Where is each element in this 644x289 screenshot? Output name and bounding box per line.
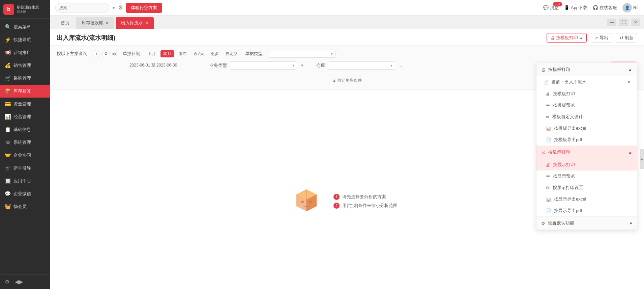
sidebar-item-member[interactable]: 👑 畅会员 bbox=[0, 200, 50, 213]
print-template-btn[interactable]: 🖨 按模板打印 ▲ bbox=[547, 33, 587, 43]
sidebar-item-operations[interactable]: 📊 经营管理 bbox=[0, 110, 50, 123]
date-tab-custom[interactable]: 自定义 bbox=[224, 50, 240, 57]
topbar-gear-icon[interactable]: ⚙ bbox=[118, 4, 123, 11]
sidebar-item-cooperation[interactable]: 🤝 企业协同 bbox=[0, 149, 50, 162]
template-custom-item[interactable]: ✏ 模板自定义设计 bbox=[536, 111, 637, 123]
purchase-icon: 🛒 bbox=[5, 75, 11, 81]
sidebar-item-sales[interactable]: 💰 销售管理 bbox=[0, 59, 50, 72]
tab-close-flow[interactable]: ✕ bbox=[145, 21, 148, 25]
sidebar-item-basics[interactable]: 📋 基础信息 bbox=[0, 123, 50, 136]
template-export-excel-item[interactable]: 📊 按模板导出excel bbox=[536, 123, 637, 134]
sidebar-item-label: 新手引导 bbox=[13, 165, 31, 171]
user-profile[interactable]: 👤 Rit bbox=[622, 3, 639, 12]
display-print-settings-label: 按显示打印设置 bbox=[553, 185, 583, 191]
marketing-icon: 📢 bbox=[5, 50, 11, 56]
sidebar-item-marketing[interactable]: 📢 营销推广 bbox=[0, 46, 50, 59]
print-chevron-icon: ▲ bbox=[579, 36, 583, 40]
sidebar-item-purchase[interactable]: 🛒 采购管理 bbox=[0, 72, 50, 85]
online-service-btn[interactable]: 🎧 在线客服 bbox=[593, 5, 617, 11]
tab-home[interactable]: 首页 bbox=[55, 17, 75, 29]
date-tab-last-month[interactable]: 上月 bbox=[146, 50, 158, 57]
search-input[interactable] bbox=[55, 3, 109, 12]
date-tab-more[interactable]: 更多 bbox=[209, 50, 221, 57]
sidebar-item-apps[interactable]: 🔲 应用中心 bbox=[0, 175, 50, 187]
warehouse-more-btn[interactable]: … bbox=[399, 63, 404, 68]
date-tab-current-year[interactable]: 本年 bbox=[177, 50, 189, 57]
display-print-header-label: 按显示打印 bbox=[548, 149, 570, 155]
sidebar-item-label: 搜索菜单 bbox=[13, 24, 31, 30]
topbar-dropdown-icon[interactable]: ▾ bbox=[113, 5, 115, 10]
business-type-select[interactable] bbox=[230, 61, 297, 70]
topbar: ▾ ⚙ 体验行业方案 💬 消息 99+ 📱 App下载 🎧 在线客服 👤 bbox=[50, 0, 644, 16]
filter-collapse-left-btn[interactable]: ≪ bbox=[112, 51, 117, 57]
tab-flow[interactable]: 出入库流水 ✕ bbox=[116, 17, 154, 29]
sidebar-item-search[interactable]: 🔍 搜索菜单 bbox=[0, 21, 50, 33]
warehouse-select[interactable] bbox=[328, 61, 395, 70]
wechat-icon: 💬 bbox=[5, 191, 11, 197]
doc-type-more-btn[interactable]: ... bbox=[341, 51, 345, 56]
sidebar-item-label: 系统管理 bbox=[13, 139, 31, 146]
sidebar-item-finance[interactable]: 💳 资金管理 bbox=[0, 98, 50, 110]
tabs-minimize-btn[interactable]: — bbox=[607, 19, 616, 26]
display-print-header-icon: 🖨 bbox=[541, 150, 546, 155]
doc-type-select-wrapper bbox=[268, 50, 335, 58]
search-icon: 🔍 bbox=[5, 24, 11, 30]
sidebar-item-guide[interactable]: 🎓 新手引导 bbox=[0, 162, 50, 175]
guide-icon: 🎓 bbox=[5, 165, 11, 171]
app-download-btn[interactable]: 📱 App下载 bbox=[564, 5, 587, 11]
template-preview-item[interactable]: 👁 按模板预览 bbox=[536, 100, 637, 111]
display-print-settings-item[interactable]: ⚙ 按显示打印设置 bbox=[536, 182, 637, 193]
tab-batch-account-label: 库存批次账 bbox=[82, 20, 104, 26]
doc-type-select[interactable] bbox=[268, 50, 335, 58]
display-preview-icon: 👁 bbox=[546, 174, 550, 179]
template-custom-label: 模板自定义设计 bbox=[552, 114, 583, 120]
sidebar-item-wechat[interactable]: 💬 企业微信 bbox=[0, 187, 50, 200]
display-export-pdf-item[interactable]: 📄 按显示导出pdf bbox=[536, 205, 637, 216]
right-edge-collapse[interactable]: ▶ bbox=[640, 149, 644, 169]
filter-action-btns: + ⚙ ≪ bbox=[93, 50, 117, 57]
cooperation-icon: 🤝 bbox=[5, 152, 11, 158]
set-default-footer[interactable]: ⚙ 设置默认功能 ▾ bbox=[536, 216, 637, 230]
date-filter: 上月 本月 本年 近7天 更多 自定义 bbox=[146, 50, 240, 57]
display-print-label: 按显示打印 bbox=[553, 162, 575, 168]
filter-row-1: 按以下方案查询 + ⚙ ≪ 单据日期 上月 本月 本年 近7天 更多 自定义 单… bbox=[57, 50, 637, 58]
sidebar-item-quick-nav[interactable]: ⚡ 快捷导航 bbox=[0, 33, 50, 46]
date-range-display: 2023-06-01 至 2023-06-30 bbox=[129, 62, 177, 68]
sidebar-item-label: 采购管理 bbox=[13, 75, 31, 81]
sales-icon: 💰 bbox=[5, 62, 11, 69]
system-icon: ⚙ bbox=[5, 139, 11, 146]
export-btn[interactable]: ↗ 导出 bbox=[591, 33, 612, 43]
collapse-icon[interactable]: ◀▶ bbox=[15, 279, 23, 285]
template-export-pdf-item[interactable]: 📄 按模板导出pdf bbox=[536, 134, 637, 146]
display-export-excel-item[interactable]: 📊 按显示导出excel bbox=[536, 193, 637, 205]
sidebar-item-label: 经营管理 bbox=[13, 114, 31, 120]
template-print-item[interactable]: 🖨 按模板打印 bbox=[536, 88, 637, 100]
display-print-section-header[interactable]: 🖨 按显示打印 ▲ bbox=[536, 146, 637, 159]
topbar-right: 💬 消息 99+ 📱 App下载 🎧 在线客服 👤 Rit bbox=[543, 3, 639, 12]
settings-icon[interactable]: ⚙ bbox=[5, 279, 9, 285]
current-label-row[interactable]: 📄 当前：出入库流水 ▾ bbox=[536, 76, 637, 88]
date-tab-current-month[interactable]: 本月 bbox=[160, 50, 174, 57]
filter-settings-btn[interactable]: ⚙ bbox=[102, 50, 110, 57]
svg-point-4 bbox=[301, 201, 304, 203]
business-type-more-btn[interactable]: ▾ bbox=[301, 63, 303, 68]
sidebar-item-inventory[interactable]: 📦 库存核算 bbox=[0, 85, 50, 98]
display-print-chevron: ▲ bbox=[628, 150, 632, 155]
export-label: 导出 bbox=[599, 35, 608, 41]
industry-btn[interactable]: 体验行业方案 bbox=[126, 3, 162, 13]
tab-close-batch-account[interactable]: ✕ bbox=[106, 21, 109, 25]
display-print-item[interactable]: 🖨 按显示打印 bbox=[536, 159, 637, 170]
filter-add-btn[interactable]: + bbox=[93, 50, 100, 57]
display-preview-item[interactable]: 👁 按显示预览 bbox=[536, 170, 637, 182]
page-header: 出入库流水(流水明细) 🖨 按模板打印 ▲ ↗ 导出 ↺ 刷新 bbox=[50, 29, 644, 46]
sidebar-item-system[interactable]: ⚙ 系统管理 bbox=[0, 136, 50, 149]
template-print-section-header[interactable]: 🖨 按模板打印 ▲ bbox=[536, 63, 637, 76]
messages-btn[interactable]: 💬 消息 99+ bbox=[543, 5, 559, 11]
tabs-close-btn[interactable]: ✕ bbox=[631, 19, 640, 26]
template-pdf-icon: 📄 bbox=[546, 137, 551, 142]
empty-text: 1 请先选择要分析的方案 2 用[过滤]条件来缩小分析范围 bbox=[333, 194, 397, 209]
tabs-maximize-btn[interactable]: ⛶ bbox=[619, 19, 628, 26]
refresh-btn[interactable]: ↺ 刷新 bbox=[616, 33, 637, 43]
date-tab-last-7-days[interactable]: 近7天 bbox=[192, 50, 206, 57]
tab-batch-account[interactable]: 库存批次账 ✕ bbox=[76, 17, 114, 29]
